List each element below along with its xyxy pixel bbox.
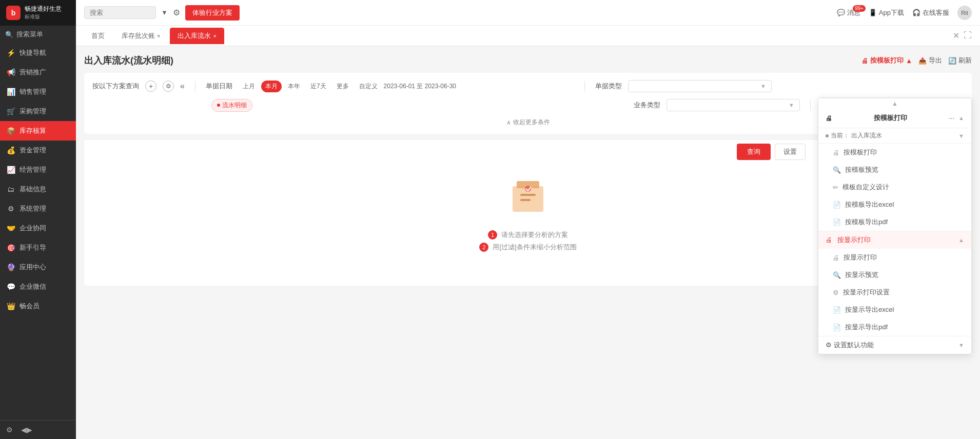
- window-expand-button[interactable]: ⛶: [964, 31, 972, 41]
- filter-add-button[interactable]: +: [145, 81, 156, 92]
- sidebar-footer: ⚙ ◀▶: [0, 420, 76, 439]
- tab-batch-label: 库存批次账: [122, 31, 155, 41]
- tab-home[interactable]: 首页: [84, 28, 112, 44]
- query-button[interactable]: 查询: [737, 144, 771, 160]
- tab-batch-close[interactable]: ×: [157, 33, 160, 39]
- sidebar-collapse-icon[interactable]: ◀▶: [21, 426, 32, 434]
- sidebar-item-app-center[interactable]: 🔮 应用中心: [0, 257, 76, 277]
- app-download-button[interactable]: 📱 App下载: [869, 8, 904, 17]
- tab-batch[interactable]: 库存批次账 ×: [114, 28, 168, 44]
- notification-badge: 99+: [853, 5, 866, 12]
- dropdown-export-pdf-template-item[interactable]: 📄 按模板导出pdf: [818, 213, 971, 231]
- sidebar-item-marketing[interactable]: 📢 营销推广: [0, 63, 76, 82]
- sidebar-settings-icon[interactable]: ⚙: [6, 426, 13, 434]
- print-display-icon: 🖨: [833, 254, 839, 262]
- sidebar-item-label: 营销推广: [19, 68, 46, 77]
- user-avatar[interactable]: Rit: [957, 6, 972, 20]
- search-menu-item[interactable]: 🔍 搜索菜单: [0, 26, 76, 43]
- dropdown-display-section-header[interactable]: 🖨 按显示打印 ▲: [818, 231, 971, 249]
- print-template-item-label: 按模板打印: [844, 148, 877, 157]
- dropdown-header-icons: ··· ▲: [949, 114, 964, 122]
- sidebar-item-guide[interactable]: 🎯 新手引导: [0, 238, 76, 257]
- dropdown-print-display-item[interactable]: 🖨 按显示打印: [818, 249, 971, 266]
- dropdown-scroll-up[interactable]: ▲: [818, 98, 971, 108]
- tab-flow-close[interactable]: ×: [213, 33, 216, 39]
- dropdown-print-template-item[interactable]: 🖨 按模板打印: [818, 144, 971, 161]
- sidebar-item-label: 销售管理: [19, 87, 46, 96]
- dropdown-preview-display-item[interactable]: 🔍 按显示预览: [818, 266, 971, 284]
- svg-rect-3: [520, 199, 531, 201]
- service-button[interactable]: 🎧 在线客服: [912, 8, 949, 17]
- sidebar-item-vip[interactable]: 👑 畅会员: [0, 296, 76, 316]
- dropdown-export-excel-display-item[interactable]: 📄 按显示导出excel: [818, 301, 971, 318]
- date-range-text: 2023-06-01 至 2023-06-30: [384, 82, 456, 91]
- date-this-month[interactable]: 本月: [261, 81, 282, 92]
- refresh-button[interactable]: 🔄 刷新: [948, 56, 972, 65]
- business-type-select[interactable]: ▼: [667, 99, 800, 111]
- topbar-dropdown-icon[interactable]: ▼: [161, 9, 168, 16]
- date-last-7[interactable]: 近7天: [306, 81, 330, 92]
- dropdown-chevron-icon[interactable]: ▲: [958, 115, 964, 121]
- print-template-button[interactable]: 🖨 按模板打印 ▲: [861, 56, 912, 65]
- purchase-icon: 🛒: [6, 107, 15, 115]
- date-prev-month[interactable]: 上月: [239, 81, 259, 92]
- dropdown-header: 🖨 按模板打印 ··· ▲: [818, 108, 971, 128]
- empty-step-1-text: 请先选择要分析的方案: [501, 230, 568, 240]
- page-header: 出入库流水(流水明细) 🖨 按模板打印 ▲ 📤 导出 🔄 刷新: [84, 54, 972, 67]
- collapse-more-button[interactable]: ∧ 收起更多条件: [506, 118, 550, 127]
- export-pdf-display-label: 按显示导出pdf: [845, 323, 888, 332]
- tab-flow[interactable]: 出入库流水 ×: [170, 28, 224, 44]
- dropdown-export-pdf-display-item[interactable]: 📄 按显示导出pdf: [818, 318, 971, 336]
- sidebar-item-cooperation[interactable]: 🤝 企业协同: [0, 218, 76, 238]
- sidebar-item-label: 快捷导航: [19, 48, 46, 57]
- topbar-gear-icon[interactable]: ⚙: [173, 8, 180, 17]
- notification-button[interactable]: 💬 消息 99+: [837, 8, 860, 17]
- basic-icon: 🗂: [6, 185, 15, 193]
- dropdown-export-excel-template-item[interactable]: 📄 按模板导出excel: [818, 196, 971, 213]
- sidebar-item-system[interactable]: ⚙ 系统管理: [0, 199, 76, 218]
- display-section-label: 按显示打印: [837, 236, 871, 244]
- step-num-2: 2: [479, 243, 488, 252]
- dropdown-custom-template-item[interactable]: ✏ 模板自定义设计: [818, 178, 971, 196]
- dropdown-set-default-item[interactable]: ⚙ 设置默认功能 ▼: [818, 336, 971, 354]
- export-pdf-template-label: 按模板导出pdf: [845, 217, 888, 227]
- current-chevron-icon[interactable]: ▼: [958, 133, 964, 139]
- dropdown-print-settings-display-item[interactable]: ⚙ 按显示打印设置: [818, 284, 971, 301]
- sidebar-item-purchase[interactable]: 🛒 采购管理: [0, 102, 76, 121]
- export-excel-display-label: 按显示导出excel: [845, 305, 894, 314]
- settings-button[interactable]: 设置: [775, 144, 806, 160]
- sidebar-item-quick-nav[interactable]: ⚡ 快捷导航: [0, 43, 76, 63]
- sidebar-nav: ⚡ 快捷导航 📢 营销推广 📊 销售管理 🛒 采购管理 📦 库存核算 💰 资金管…: [0, 43, 76, 420]
- current-value: 出入库流水: [851, 131, 882, 140]
- sidebar-item-finance[interactable]: 💰 资金管理: [0, 141, 76, 160]
- dropdown-preview-template-item[interactable]: 🔍 按模板预览: [818, 161, 971, 178]
- sidebar-item-basic[interactable]: 🗂 基础信息: [0, 179, 76, 199]
- window-close-button[interactable]: ✕: [953, 31, 959, 41]
- active-tag-label: 流水明细: [222, 101, 247, 110]
- tab-home-label: 首页: [91, 31, 105, 41]
- export-button[interactable]: 📤 导出: [918, 56, 942, 65]
- trial-button[interactable]: 体验行业方案: [185, 5, 240, 21]
- date-custom[interactable]: 自定义: [355, 81, 382, 92]
- export-excel-template-icon: 📄: [833, 201, 841, 209]
- sidebar-item-label: 系统管理: [19, 204, 46, 213]
- sidebar-item-inventory[interactable]: 📦 库存核算: [0, 121, 76, 141]
- quick-nav-icon: ⚡: [6, 49, 15, 57]
- sidebar-item-sales[interactable]: 📊 销售管理: [0, 82, 76, 102]
- svg-rect-2: [520, 194, 536, 196]
- sidebar-item-operations[interactable]: 📈 经营管理: [0, 160, 76, 179]
- cooperation-icon: 🤝: [6, 224, 15, 232]
- date-more[interactable]: 更多: [332, 81, 353, 92]
- dropdown-more-icon[interactable]: ···: [949, 114, 954, 122]
- collapse-label: 收起更多条件: [513, 118, 550, 127]
- topbar-search-input[interactable]: [84, 6, 156, 19]
- filter-collapse-button[interactable]: «: [180, 82, 185, 91]
- doc-type-select-box[interactable]: ▼: [628, 80, 772, 92]
- sidebar-item-wechat[interactable]: 💬 企业微信: [0, 277, 76, 296]
- filter-settings-button[interactable]: ⚙: [163, 81, 174, 92]
- date-this-year[interactable]: 本年: [284, 81, 304, 92]
- active-filter-tag[interactable]: 流水明细: [211, 99, 252, 112]
- sidebar-item-label: 企业协同: [19, 224, 46, 233]
- date-filter: 上月 本月 本年 近7天 更多 自定义 2023-06-01 至 2023-06…: [239, 81, 574, 92]
- refresh-label: 刷新: [958, 56, 972, 65]
